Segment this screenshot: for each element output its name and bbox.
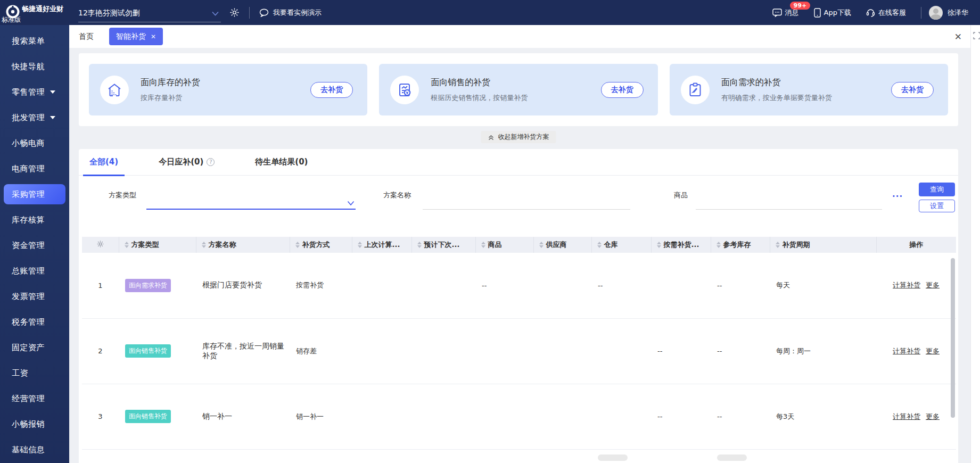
sidebar-item-fixed-assets[interactable]: 固定资产 <box>0 335 69 360</box>
calc-replenish-link[interactable]: 计算补货 <box>893 347 920 355</box>
table-row: 1 面向需求补货 根据门店要货补货 按需补货 -- -- -- 每天 计算补货更… <box>82 253 956 318</box>
col-method[interactable]: 补货方式 <box>290 237 352 253</box>
card-title: 面向销售的补货 <box>431 77 528 88</box>
loading-placeholder <box>717 454 747 461</box>
tab-smart-replenishment[interactable]: 智能补货 ✕ <box>109 28 163 45</box>
brand-name: 畅捷通好业财 <box>22 4 63 14</box>
sort-icon[interactable] <box>417 242 422 248</box>
sidebar-item-retail[interactable]: 零售管理 <box>0 79 69 105</box>
help-icon[interactable]: ? <box>207 158 215 166</box>
sidebar-item-ecommerce[interactable]: 电商管理 <box>0 156 69 181</box>
plan-type-badge: 面向销售补货 <box>125 344 171 358</box>
sidebar-item-purchasing[interactable]: 采购管理 <box>0 181 69 207</box>
messages-button[interactable]: 消息 99+ <box>772 8 799 18</box>
plan-type-select[interactable] <box>146 197 356 210</box>
tab-home[interactable]: 首页 <box>79 32 94 42</box>
cycle-cell: 每周：周一 <box>770 318 876 384</box>
col-warehouse[interactable]: 仓库 <box>591 237 651 253</box>
vertical-scrollbar[interactable] <box>951 258 955 418</box>
calc-replenish-link[interactable]: 计算补货 <box>893 281 920 289</box>
app-download-label: App下载 <box>824 8 851 18</box>
col-cycle[interactable]: 补货周期 <box>770 237 876 253</box>
sidebar-item-invoices[interactable]: 发票管理 <box>0 284 69 309</box>
col-next-calc[interactable]: 预计下次... <box>411 237 475 253</box>
sort-icon[interactable] <box>597 242 602 248</box>
sort-icon[interactable] <box>776 242 780 248</box>
right-collapsed-panel[interactable] <box>970 25 980 463</box>
sort-icon[interactable] <box>202 242 206 248</box>
sidebar-item-tax[interactable]: 税务管理 <box>0 309 69 335</box>
expand-icon[interactable] <box>973 31 980 42</box>
sort-icon[interactable] <box>358 242 362 248</box>
sidebar-item-quick-nav[interactable]: 快捷导航 <box>0 54 69 79</box>
calc-replenish-link[interactable]: 计算补货 <box>893 412 920 420</box>
sidebar-item-general-ledger[interactable]: 总账管理 <box>0 258 69 284</box>
online-service-button[interactable]: 在线客服 <box>866 8 906 18</box>
sort-icon[interactable] <box>539 242 543 248</box>
headset-icon <box>866 8 875 17</box>
go-replenish-button[interactable]: 去补货 <box>891 82 934 98</box>
col-product[interactable]: 商品 <box>475 237 533 253</box>
caret-down-icon <box>50 90 55 94</box>
sidebar-item-funds[interactable]: 资金管理 <box>0 233 69 258</box>
col-plan-name[interactable]: 方案名称 <box>196 237 290 253</box>
more-link[interactable]: 更多 <box>926 281 940 289</box>
col-actions: 操作 <box>876 237 956 253</box>
demo-link[interactable]: 我要看实例演示 <box>259 8 322 18</box>
user-menu[interactable]: 徐泽华 <box>929 6 968 20</box>
col-last-calc[interactable]: 上次计算... <box>352 237 411 253</box>
more-filters-button[interactable]: ... <box>892 189 903 199</box>
app-download-button[interactable]: App下载 <box>814 8 851 18</box>
product-cell <box>475 318 533 384</box>
sort-icon[interactable] <box>125 242 129 248</box>
gear-icon[interactable] <box>229 7 240 18</box>
col-ref-stock[interactable]: 参考库存 <box>711 237 770 253</box>
top-bar: 畅捷通好业财 标准版 12李艳芬测试勿删 我要看实例演示 消息 99+ App下… <box>0 0 980 25</box>
plans-panel: 全部(4) 今日应补(0) ? 待生单结果(0) 方案类型 方案名称 商品 ..… <box>79 149 958 463</box>
loading-placeholder <box>598 454 628 461</box>
sidebar-item-payroll[interactable]: 工资 <box>0 360 69 386</box>
sort-icon[interactable] <box>481 242 485 248</box>
sidebar-item-basic-info[interactable]: 基础信息 <box>0 437 69 462</box>
product-input[interactable] <box>696 197 882 210</box>
go-replenish-button[interactable]: 去补货 <box>310 82 353 98</box>
tab-due-today[interactable]: 今日应补(0) ? <box>159 149 215 176</box>
plan-type-badge: 面向销售补货 <box>125 410 171 423</box>
tab-pending-orders[interactable]: 待生单结果(0) <box>255 149 308 176</box>
close-icon[interactable]: ✕ <box>954 31 962 42</box>
online-service-label: 在线客服 <box>878 8 906 18</box>
more-link[interactable]: 更多 <box>926 412 940 420</box>
username: 徐泽华 <box>948 8 968 18</box>
sidebar-item-search-menu[interactable]: 搜索菜单 <box>0 28 69 54</box>
sort-icon[interactable] <box>657 242 661 248</box>
sort-icon[interactable] <box>295 242 300 248</box>
plan-name-cell: 根据门店要货补货 <box>196 253 290 318</box>
settings-button[interactable]: 设置 <box>919 200 955 212</box>
sidebar-item-expense[interactable]: 小畅报销 <box>0 411 69 437</box>
sidebar-nav: 搜索菜单 快捷导航 零售管理 批发管理 小畅电商 电商管理 采购管理 库存核算 … <box>0 25 69 463</box>
plan-name-cell: 库存不准，按近一周销量补货 <box>196 318 290 384</box>
workspace-selector[interactable]: 12李艳芬测试勿删 <box>78 5 221 22</box>
sidebar-item-inventory-accounting[interactable]: 库存核算 <box>0 207 69 233</box>
collapse-new-plan-bar[interactable]: 收起新增补货方案 <box>481 131 556 143</box>
sidebar-item-operations[interactable]: 经营管理 <box>0 386 69 411</box>
col-plan-type[interactable]: 方案类型 <box>119 237 196 253</box>
sidebar-item-wholesale[interactable]: 批发管理 <box>0 105 69 130</box>
supplier-cell <box>533 384 591 449</box>
tab-all[interactable]: 全部(4) <box>89 149 118 176</box>
chat-bubble-icon <box>259 9 269 17</box>
col-demand[interactable]: 按需补货... <box>651 237 711 253</box>
last-calc-cell <box>352 384 411 449</box>
more-link[interactable]: 更多 <box>926 347 940 355</box>
go-replenish-button[interactable]: 去补货 <box>601 82 644 98</box>
column-settings-gear-icon[interactable] <box>82 237 119 253</box>
page-tab-bar: 首页 智能补货 ✕ ✕ <box>69 25 970 48</box>
sort-icon[interactable] <box>717 242 721 248</box>
query-button[interactable]: 查询 <box>919 183 955 196</box>
plan-name-input[interactable] <box>423 197 630 210</box>
topbar-divider <box>249 7 250 19</box>
col-supplier[interactable]: 供应商 <box>533 237 591 253</box>
last-calc-cell <box>352 318 411 384</box>
sidebar-item-xiaochang-ecom[interactable]: 小畅电商 <box>0 130 69 156</box>
tab-close-icon[interactable]: ✕ <box>151 33 156 40</box>
